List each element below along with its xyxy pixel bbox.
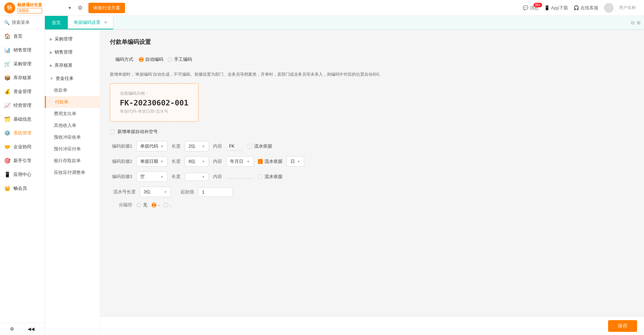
avatar[interactable] [604, 3, 614, 13]
minimize-icon[interactable]: ⊟ [631, 20, 635, 25]
purchase-icon: 🛒 [4, 61, 11, 67]
sub-group-sales-title[interactable]: ▶ 销售管理 [45, 46, 100, 58]
search-menu-button[interactable]: 🔍 搜索菜单 [0, 16, 45, 29]
stream-checkbox3[interactable] [258, 174, 263, 179]
tab-close-icon[interactable]: ✕ [104, 20, 107, 25]
sub-item-advance-payment[interactable]: 预付冲应付单 [45, 143, 100, 155]
prefix3-select[interactable]: 空 ▼ [136, 171, 167, 182]
header-right: 💬 消息 99+ 📱 App下载 🎧 在线客服 用户名称 [523, 3, 640, 13]
collapse-icon[interactable]: ◀◀ [28, 326, 35, 332]
tabs-bar: 首页 单据编码设置 ✕ ⊟ ⊞ [45, 16, 644, 30]
stream-length-select[interactable]: 3位 ▼ [140, 187, 171, 197]
prefix2-stream-unit-select[interactable]: 日 ▼ [287, 156, 304, 167]
sep-dot-radio[interactable]: . [164, 203, 172, 208]
settings-icon[interactable]: ⚙ [75, 3, 85, 13]
sub-group-purchase-title[interactable]: ▶ 采购管理 [45, 33, 100, 45]
start-value-input[interactable] [198, 187, 233, 197]
message-button[interactable]: 💬 消息 99+ [523, 5, 539, 11]
online-service-button[interactable]: 🎧 在线客服 [574, 5, 598, 11]
prefix1-select[interactable]: 单据代码 ▼ [136, 141, 167, 151]
apps-icon: 📱 [4, 171, 11, 178]
sep-none-radio[interactable]: 无 [136, 202, 147, 208]
header-dropdown[interactable]: ▼ [46, 6, 72, 10]
sub-item-receipt[interactable]: 收款单 [45, 84, 100, 96]
system-icon: ⚙️ [4, 130, 11, 136]
chevron-down-icon7: ▼ [160, 175, 164, 179]
header-left: 畅 畅捷通好生意 旗舰版 ▼ ⚙ 体验行业方案 [4, 2, 125, 13]
sidebar-item-guide[interactable]: 🎯 新手引导 [0, 154, 45, 168]
info-text: 新增单据时，'单据编码'自动生成，不可编辑。前缀设置为部门、业务员等档案类，开单… [110, 71, 634, 78]
chevron-down-icon3: ▼ [160, 160, 164, 164]
expand-icon: ▶ [50, 37, 52, 41]
member-icon: 👑 [4, 185, 11, 192]
prefix3-stream-check[interactable]: 流水依据 [258, 174, 282, 180]
prefix1-length-select[interactable]: 2位 ▼ [185, 141, 209, 151]
prefix3-row: 编码前缀3 空 ▼ 长度 ▼ 内容 [110, 171, 634, 182]
bottom-bar: 保存 [100, 316, 644, 335]
radio-auto-circle [139, 57, 144, 62]
prefix2-content-select[interactable]: 年月日 ▼ [226, 156, 254, 167]
prefix1-stream-check[interactable]: 流水依据 [248, 143, 272, 149]
radio-manual-code[interactable]: 手工编码 [167, 56, 192, 63]
sub-item-receivable-adjust[interactable]: 应收应付调整单 [45, 167, 100, 178]
app-download-button[interactable]: 📱 App下载 [544, 5, 568, 11]
basic-icon: 🗂️ [4, 116, 11, 122]
auto-fill-checkbox[interactable] [110, 129, 115, 134]
sidebar-item-sales[interactable]: 📊 销售管理 [0, 43, 45, 57]
sidebar-item-cooperation[interactable]: 🤝 企业协同 [0, 140, 45, 154]
sidebar-item-inventory[interactable]: 📦 库存核算 [0, 71, 45, 85]
radio-manual-circle [167, 57, 172, 62]
finance-icon: 💰 [4, 89, 11, 95]
trial-button[interactable]: 体验行业方案 [88, 3, 125, 13]
sub-item-other-income[interactable]: 其他收入单 [45, 120, 100, 131]
tab-home[interactable]: 首页 [45, 16, 68, 29]
prefix3-length-select[interactable]: ▼ [185, 173, 209, 181]
logo-icon: 畅 [4, 2, 15, 13]
maximize-icon[interactable]: ⊞ [637, 20, 641, 25]
sep-dash-circle [152, 203, 156, 207]
stream-checkbox1[interactable] [248, 144, 252, 149]
sub-layout: ▶ 采购管理 ▶ 销售管理 ▶ 库存核算 [45, 30, 644, 335]
sub-group-funds-title[interactable]: ▼ 资金往来 [45, 73, 100, 84]
sidebar-item-system[interactable]: ⚙️ 系统管理 [0, 126, 45, 140]
sep-none-circle [136, 203, 141, 207]
prefix2-row: 编码前缀2 单据日期 ▼ 长度 8位 ▼ 内容 年月日 [110, 156, 634, 167]
save-button[interactable]: 保存 [608, 320, 637, 332]
message-icon: 💬 [523, 5, 528, 10]
sidebar-item-operations[interactable]: 📈 经营管理 [0, 99, 45, 112]
chevron-down-icon: ▼ [160, 145, 164, 148]
sidebar-item-purchase[interactable]: 🛒 采购管理 [0, 57, 45, 71]
sidebar-item-home[interactable]: 🏠 首页 [0, 29, 45, 43]
top-header: 畅 畅捷通好生意 旗舰版 ▼ ⚙ 体验行业方案 💬 消息 99+ 📱 App下载… [0, 0, 644, 16]
main-layout: 🔍 搜索菜单 🏠 首页 📊 销售管理 🛒 采购管理 📦 库存核算 💰 资金管理 … [0, 16, 644, 335]
sep-dash-radio[interactable]: - [152, 203, 160, 208]
chevron-down-icon8: ▼ [202, 175, 205, 179]
sub-group-inventory-title[interactable]: ▶ 库存核算 [45, 59, 100, 71]
sidebar-item-member[interactable]: 👑 畅会员 [0, 182, 45, 195]
operations-icon: 📈 [4, 102, 11, 109]
logo-area: 畅 畅捷通好生意 旗舰版 [4, 2, 42, 13]
chevron-down-icon6: ▼ [297, 160, 300, 164]
sidebar-bottom: ⚙ ◀◀ [0, 323, 45, 335]
stream-checkbox2-checked[interactable]: ✓ [258, 159, 263, 164]
prefix2-select[interactable]: 单据日期 ▼ [136, 156, 167, 167]
sub-item-bank-deposit[interactable]: 银行存取款单 [45, 155, 100, 167]
tab-controls: ⊟ ⊞ [631, 20, 644, 25]
stream-length-row: 流水号长度 3位 ▼ 起始值 [110, 187, 634, 197]
encoding-radio-group: 自动编码 手工编码 [139, 56, 192, 63]
tab-encoding[interactable]: 单据编码设置 ✕ [68, 16, 113, 29]
sub-sidebar: ▶ 采购管理 ▶ 销售管理 ▶ 库存核算 [45, 30, 100, 335]
sidebar-item-basic[interactable]: 🗂️ 基础信息 [0, 112, 45, 126]
sub-item-advance-receipt[interactable]: 预收冲应收单 [45, 131, 100, 143]
chevron-down-icon4: ▼ [202, 160, 205, 164]
sub-item-payment[interactable]: 付款单 [45, 96, 100, 108]
sidebar-item-apps[interactable]: 📱 应用中心 [0, 168, 45, 182]
prefix2-length-select[interactable]: 8位 ▼ [185, 156, 209, 167]
sidebar: 🔍 搜索菜单 🏠 首页 📊 销售管理 🛒 采购管理 📦 库存核算 💰 资金管理 … [0, 16, 45, 335]
logo-text: 畅捷通好生意 旗舰版 [17, 2, 42, 13]
settings-bottom-icon[interactable]: ⚙ [10, 326, 14, 332]
prefix2-stream-check[interactable]: ✓ 流水依据 [258, 158, 282, 165]
sub-item-expense[interactable]: 费用支出单 [45, 108, 100, 120]
sidebar-item-finance[interactable]: 💰 资金管理 [0, 85, 45, 99]
radio-auto-code[interactable]: 自动编码 [139, 56, 163, 63]
